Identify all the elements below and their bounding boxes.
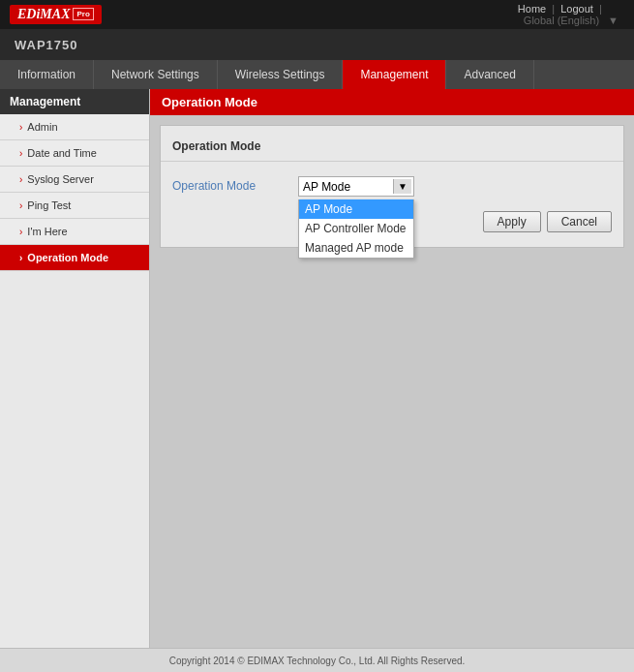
device-bar: WAP1750 xyxy=(0,29,634,60)
main-layout: Management › Admin › Date and Time › Sys… xyxy=(0,89,634,648)
arrow-icon: › xyxy=(19,227,22,237)
section-box: Operation Mode Operation Mode AP Mode ▼ … xyxy=(160,125,624,248)
dropdown-arrow-icon: ▼ xyxy=(393,179,411,194)
dropdown-option-ap-controller-mode[interactable]: AP Controller Mode xyxy=(299,219,413,238)
language-selector[interactable]: Global (English) ▼ xyxy=(521,15,621,26)
apply-button[interactable]: Apply xyxy=(483,211,541,232)
dropdown-menu: AP Mode AP Controller Mode Managed AP mo… xyxy=(298,199,414,259)
arrow-icon: › xyxy=(19,253,22,263)
language-label: Global (English) xyxy=(524,15,599,26)
sidebar-item-label: Operation Mode xyxy=(27,252,108,263)
sidebar-item-label: Date and Time xyxy=(27,147,97,159)
form-row-operation-mode: Operation Mode AP Mode ▼ AP Mode AP Cont… xyxy=(161,171,623,201)
select-display[interactable]: AP Mode ▼ xyxy=(298,176,414,197)
select-current-value: AP Mode xyxy=(301,180,393,194)
cancel-button[interactable]: Cancel xyxy=(547,211,612,232)
sidebar-item-im-here[interactable]: › I'm Here xyxy=(0,219,149,245)
chevron-down-icon: ▼ xyxy=(608,15,619,26)
home-link[interactable]: Home xyxy=(518,3,546,15)
content-area: Operation Mode Operation Mode Operation … xyxy=(150,89,634,648)
operation-mode-control: AP Mode ▼ AP Mode AP Controller Mode Man… xyxy=(298,176,414,197)
sidebar-header: Management xyxy=(0,89,149,114)
main-nav: Information Network Settings Wireless Se… xyxy=(0,60,634,89)
sidebar-item-admin[interactable]: › Admin xyxy=(0,114,149,140)
sidebar-item-label: I'm Here xyxy=(27,226,67,237)
device-name: WAP1750 xyxy=(15,38,78,52)
nav-item-wireless-settings[interactable]: Wireless Settings xyxy=(218,60,344,89)
arrow-icon: › xyxy=(19,122,22,133)
nav-item-management[interactable]: Management xyxy=(343,60,446,89)
dropdown-option-ap-mode[interactable]: AP Mode xyxy=(299,199,413,219)
dropdown-option-managed-ap-mode[interactable]: Managed AP mode xyxy=(299,238,413,258)
logo-pro: Pro xyxy=(73,8,93,20)
footer-text: Copyright 2014 © EDIMAX Technology Co., … xyxy=(169,656,466,666)
sidebar: Management › Admin › Date and Time › Sys… xyxy=(0,89,150,648)
sidebar-item-operation-mode[interactable]: › Operation Mode xyxy=(0,245,149,271)
arrow-icon: › xyxy=(19,200,22,211)
page-title: Operation Mode xyxy=(150,89,634,115)
sidebar-item-label: Syslog Server xyxy=(27,173,93,185)
content-inner: Operation Mode Operation Mode AP Mode ▼ … xyxy=(150,115,634,258)
nav-item-advanced[interactable]: Advanced xyxy=(446,60,533,89)
top-navigation: Home | Logout | Global (English) ▼ xyxy=(518,3,624,26)
sidebar-item-ping-test[interactable]: › Ping Test xyxy=(0,193,149,219)
logo-edi: EDi xyxy=(17,7,40,22)
section-title: Operation Mode xyxy=(161,136,623,162)
operation-mode-label: Operation Mode xyxy=(172,176,288,193)
sidebar-item-date-time[interactable]: › Date and Time xyxy=(0,140,149,167)
arrow-icon: › xyxy=(19,148,22,159)
logo: EDiMAX Pro xyxy=(10,5,102,24)
footer: Copyright 2014 © EDIMAX Technology Co., … xyxy=(0,648,634,672)
top-bar: EDiMAX Pro Home | Logout | Global (Engli… xyxy=(0,0,634,29)
sidebar-item-label: Admin xyxy=(27,121,57,133)
sidebar-item-syslog-server[interactable]: › Syslog Server xyxy=(0,167,149,193)
nav-item-network-settings[interactable]: Network Settings xyxy=(94,60,218,89)
logo-max: MAX xyxy=(40,7,70,22)
arrow-icon: › xyxy=(19,174,22,185)
sidebar-item-label: Ping Test xyxy=(27,199,71,211)
logout-link[interactable]: Logout xyxy=(560,3,593,15)
nav-item-information[interactable]: Information xyxy=(0,60,94,89)
